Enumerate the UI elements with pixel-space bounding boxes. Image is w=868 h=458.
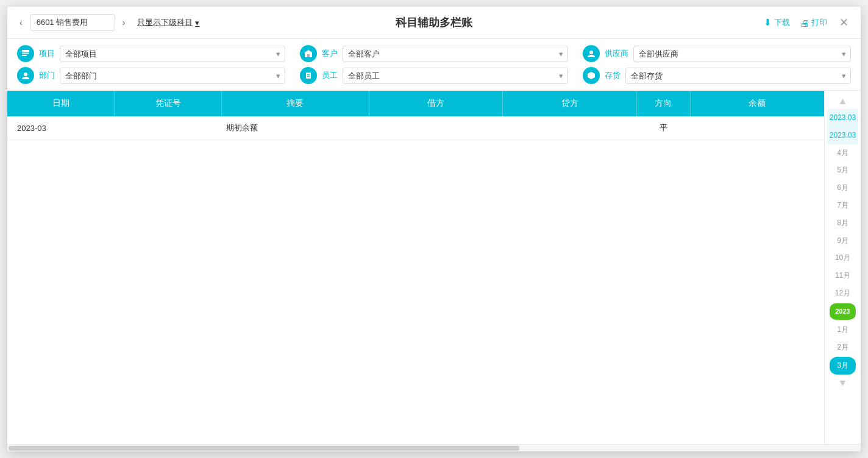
svg-point-5 xyxy=(24,72,27,76)
svg-point-4 xyxy=(589,51,593,54)
timeline-sidebar: ▲ 2023.032023.034月5月6月7月8月9月10月11月12月202… xyxy=(824,91,861,444)
timeline-item[interactable]: 4月 xyxy=(827,144,858,162)
timeline-item[interactable]: 8月 xyxy=(827,214,858,232)
table-row: 2023-03期初余额平 xyxy=(7,116,824,140)
timeline-item[interactable]: 2023.03 xyxy=(827,109,858,127)
main-modal: ‹ 6601 销售费用 › 只显示下级科目 ▾ 科目辅助多栏账 ⬇ 下载 🖨 打… xyxy=(7,7,861,451)
content-area: 日期 凭证号 摘要 借方 贷方 方向 余额 2023-03期初余额平 ▲ 202… xyxy=(7,91,861,444)
supplier-label: 供应商 xyxy=(605,48,628,59)
supplier-select-wrapper: 全部供应商 xyxy=(633,46,851,62)
employee-label: 员工 xyxy=(322,70,338,81)
col-summary: 摘要 xyxy=(221,91,369,116)
filter-inventory: 存货 全部存货 xyxy=(583,67,851,84)
svg-rect-2 xyxy=(22,55,27,56)
col-debit: 借方 xyxy=(369,91,503,116)
filter-row-1: 项目 全部项目 客户 全部客户 xyxy=(17,45,851,62)
timeline-item[interactable]: 1月 xyxy=(827,321,858,339)
timeline-item[interactable]: 10月 xyxy=(827,249,858,267)
col-date: 日期 xyxy=(7,91,115,116)
header-left: ‹ 6601 销售费用 › 只显示下级科目 ▾ xyxy=(17,14,199,31)
ledger-table: 日期 凭证号 摘要 借方 贷方 方向 余额 2023-03期初余额平 xyxy=(7,91,824,140)
table-cell xyxy=(690,116,824,140)
customer-label: 客户 xyxy=(322,48,338,59)
supplier-select[interactable]: 全部供应商 xyxy=(633,46,851,62)
department-select[interactable]: 全部部门 xyxy=(60,68,285,84)
timeline-item[interactable]: 3月 xyxy=(830,357,856,375)
timeline-item[interactable]: 5月 xyxy=(827,161,858,179)
project-label: 项目 xyxy=(39,48,55,59)
inventory-select[interactable]: 全部存货 xyxy=(625,68,851,84)
timeline-item[interactable]: 7月 xyxy=(827,197,858,214)
horizontal-scrollbar[interactable] xyxy=(7,444,861,451)
inventory-select-wrapper: 全部存货 xyxy=(625,68,851,84)
prev-account-button[interactable]: ‹ xyxy=(17,16,25,29)
col-direction: 方向 xyxy=(636,91,690,116)
col-voucher: 凭证号 xyxy=(115,91,222,116)
scroll-thumb[interactable] xyxy=(9,446,519,451)
filter-customer: 客户 全部客户 xyxy=(300,45,568,62)
timeline-down-button[interactable]: ▼ xyxy=(825,375,861,391)
timeline-item[interactable]: 2月 xyxy=(827,339,858,356)
inventory-icon xyxy=(583,67,600,84)
show-sub-accounts-button[interactable]: 只显示下级科目 ▾ xyxy=(137,17,199,28)
next-account-button[interactable]: › xyxy=(120,16,128,29)
timeline-item[interactable]: 11月 xyxy=(827,267,858,284)
filter-row-2: 部门 全部部门 员工 全部员工 xyxy=(17,67,851,84)
show-sub-label: 只显示下级科目 xyxy=(137,17,193,28)
project-select-wrapper: 全部项目 xyxy=(60,46,285,62)
account-code-display: 6601 销售费用 xyxy=(30,14,115,31)
customer-icon xyxy=(300,45,317,62)
svg-rect-0 xyxy=(22,50,29,52)
filter-employee: 员工 全部员工 xyxy=(300,67,568,84)
print-button[interactable]: 🖨 打印 xyxy=(800,17,827,28)
customer-select[interactable]: 全部客户 xyxy=(343,46,568,62)
employee-select[interactable]: 全部员工 xyxy=(343,68,568,84)
filters-area: 项目 全部项目 客户 全部客户 xyxy=(7,39,861,91)
table-cell: 平 xyxy=(636,116,690,140)
timeline-item[interactable]: 2023 xyxy=(830,303,856,320)
filter-department: 部门 全部部门 xyxy=(17,67,285,84)
timeline-item[interactable]: 12月 xyxy=(827,284,858,302)
download-button[interactable]: ⬇ 下载 xyxy=(764,17,790,28)
project-icon xyxy=(17,45,34,62)
print-icon: 🖨 xyxy=(800,18,809,28)
print-label: 打印 xyxy=(811,17,827,28)
timeline-item[interactable]: 6月 xyxy=(827,179,858,197)
timeline-up-button[interactable]: ▲ xyxy=(825,93,861,109)
employee-icon xyxy=(300,67,317,84)
page-title: 科目辅助多栏账 xyxy=(396,15,472,30)
col-balance: 余额 xyxy=(690,91,824,116)
download-icon: ⬇ xyxy=(764,17,772,28)
svg-rect-1 xyxy=(22,53,29,54)
employee-select-wrapper: 全部员工 xyxy=(343,68,568,84)
table-container[interactable]: 日期 凭证号 摘要 借方 贷方 方向 余额 2023-03期初余额平 xyxy=(7,91,824,444)
department-label: 部门 xyxy=(39,70,55,81)
download-label: 下载 xyxy=(774,17,790,28)
filter-supplier: 供应商 全部供应商 xyxy=(583,45,851,62)
supplier-icon xyxy=(583,45,600,62)
table-cell xyxy=(503,116,637,140)
header: ‹ 6601 销售费用 › 只显示下级科目 ▾ 科目辅助多栏账 ⬇ 下载 🖨 打… xyxy=(7,7,861,39)
timeline-item[interactable]: 2023.03 xyxy=(827,127,858,144)
table-cell: 期初余额 xyxy=(221,116,369,140)
col-credit: 贷方 xyxy=(503,91,637,116)
project-select[interactable]: 全部项目 xyxy=(60,46,285,62)
inventory-label: 存货 xyxy=(605,70,621,81)
table-cell: 2023-03 xyxy=(7,116,115,140)
timeline-item[interactable]: 9月 xyxy=(827,232,858,250)
department-icon xyxy=(17,67,34,84)
svg-rect-3 xyxy=(307,54,310,57)
show-sub-dropdown-icon: ▾ xyxy=(195,18,199,27)
svg-rect-6 xyxy=(306,72,311,79)
close-button[interactable]: ✕ xyxy=(837,16,851,29)
header-actions: ⬇ 下载 🖨 打印 ✕ xyxy=(764,16,851,29)
timeline-items: 2023.032023.034月5月6月7月8月9月10月11月12月20231… xyxy=(827,109,858,375)
table-cell xyxy=(369,116,503,140)
filter-project: 项目 全部项目 xyxy=(17,45,285,62)
department-select-wrapper: 全部部门 xyxy=(60,68,285,84)
customer-select-wrapper: 全部客户 xyxy=(343,46,568,62)
svg-rect-8 xyxy=(307,76,310,77)
table-cell xyxy=(115,116,222,140)
svg-rect-7 xyxy=(307,74,310,76)
